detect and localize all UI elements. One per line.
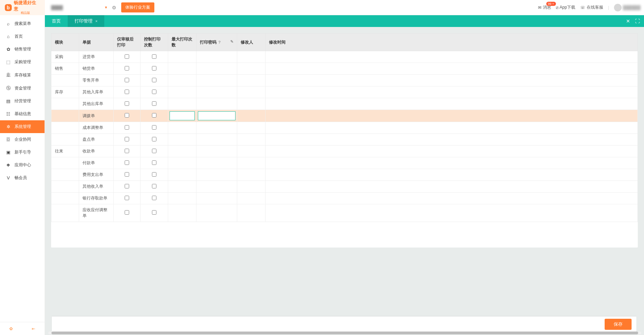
control-count-checkbox[interactable] [152, 210, 156, 215]
cell-pwd[interactable] [196, 86, 237, 98]
cell-pwd[interactable] [196, 98, 237, 110]
cell-pwd[interactable] [196, 122, 237, 134]
cell-max[interactable] [168, 169, 196, 181]
cell-pwd[interactable] [196, 110, 237, 122]
cell-pwd[interactable] [196, 146, 237, 157]
table-row: 付款单 [51, 157, 638, 169]
cell-modifier [237, 193, 266, 204]
cell-pwd[interactable] [196, 75, 237, 86]
cell-document: 费用支出单 [79, 169, 114, 181]
sidebar-item-2[interactable]: ✿销售管理 [0, 43, 45, 56]
only-audit-checkbox[interactable] [125, 125, 129, 130]
cell-pwd[interactable] [196, 169, 237, 181]
control-count-checkbox[interactable] [152, 90, 156, 94]
cell-pwd[interactable] [196, 51, 237, 63]
cell-max[interactable] [168, 110, 196, 122]
control-count-checkbox[interactable] [152, 196, 156, 200]
cell-max[interactable] [168, 75, 196, 86]
messages-link[interactable]: ✉ 消息 99 + [538, 4, 551, 10]
cell-max[interactable] [168, 122, 196, 134]
only-audit-checkbox[interactable] [125, 196, 129, 200]
settings-icon[interactable]: ✿ [9, 326, 13, 331]
collapse-icon[interactable]: ⇤ [32, 326, 35, 331]
only-audit-checkbox[interactable] [125, 78, 129, 82]
cell-pwd[interactable] [196, 134, 237, 146]
control-count-checkbox[interactable] [152, 184, 156, 188]
tab-close-icon[interactable]: × [95, 19, 97, 23]
tab-close-all-icon[interactable]: ✕ [626, 18, 630, 24]
sidebar-item-10[interactable]: ▣新手引导 [0, 146, 45, 159]
support-link[interactable]: ☏ 在线客服 [580, 4, 603, 10]
th-document: 单据 [79, 34, 114, 51]
max-print-input[interactable] [170, 111, 195, 120]
save-button[interactable]: 保存 [605, 319, 632, 330]
gear-icon[interactable]: ⚙ [112, 5, 116, 10]
control-count-checkbox[interactable] [152, 101, 156, 106]
cell-pwd[interactable] [196, 193, 237, 204]
cell-pwd[interactable] [196, 181, 237, 193]
cell-module: 销售 [51, 63, 79, 75]
sidebar-item-6[interactable]: ▤经营管理 [0, 95, 45, 108]
tab-print-manage[interactable]: 打印管理 × [68, 15, 104, 27]
horizontal-scrollbar[interactable] [48, 332, 641, 334]
print-password-input[interactable] [198, 111, 236, 120]
brand-logo[interactable]: b 畅捷通好生意 精品版 [0, 0, 45, 15]
fullscreen-icon[interactable]: ⛶ [635, 18, 640, 24]
sidebar-item-4[interactable]: ⾲库存核算 [0, 68, 45, 82]
sidebar-item-0[interactable]: ⌕搜索菜单 [0, 17, 45, 30]
cell-document: 成本调整单 [79, 122, 114, 134]
cta-button[interactable]: 体验行业方案 [121, 2, 154, 12]
cell-max[interactable] [168, 98, 196, 110]
cell-pwd[interactable] [196, 204, 237, 222]
control-count-checkbox[interactable] [152, 149, 156, 153]
sidebar-item-12[interactable]: V畅会员 [0, 171, 45, 184]
app-download-link[interactable]: ⎚ App下载 [556, 4, 575, 10]
sidebar-item-9[interactable]: ☲企业协同 [0, 133, 45, 146]
cell-pwd[interactable] [196, 63, 237, 75]
cell-only-audit [114, 146, 141, 157]
control-count-checkbox[interactable] [152, 125, 156, 130]
cell-max[interactable] [168, 51, 196, 63]
sidebar-item-7[interactable]: ☷基础信息 [0, 108, 45, 120]
control-count-checkbox[interactable] [152, 54, 156, 59]
cell-max[interactable] [168, 86, 196, 98]
only-audit-checkbox[interactable] [125, 66, 129, 71]
sidebar-item-5[interactable]: Ⓢ资金管理 [0, 82, 45, 95]
edit-icon[interactable]: ✎ [230, 39, 233, 44]
sidebar-item-1[interactable]: ⌂首页 [0, 30, 45, 43]
scrollbar-thumb[interactable] [51, 332, 638, 334]
user-menu[interactable]: ██████ [614, 4, 641, 11]
cell-max[interactable] [168, 146, 196, 157]
tab-home[interactable]: 首页 [45, 15, 68, 27]
control-count-checkbox[interactable] [152, 78, 156, 82]
cell-max[interactable] [168, 181, 196, 193]
help-icon[interactable]: ? [218, 40, 221, 44]
control-count-checkbox[interactable] [152, 66, 156, 71]
sidebar-item-3[interactable]: ⬚采购管理 [0, 56, 45, 68]
cell-max[interactable] [168, 204, 196, 222]
control-count-checkbox[interactable] [152, 160, 156, 165]
cell-max[interactable] [168, 193, 196, 204]
only-audit-checkbox[interactable] [125, 149, 129, 153]
org-chevron-icon[interactable]: ▼ [104, 6, 108, 9]
cell-max[interactable] [168, 134, 196, 146]
only-audit-checkbox[interactable] [125, 184, 129, 188]
control-count-checkbox[interactable] [152, 137, 156, 141]
only-audit-checkbox[interactable] [125, 210, 129, 215]
only-audit-checkbox[interactable] [125, 160, 129, 165]
sidebar-item-8[interactable]: ✲系统管理 [0, 120, 45, 133]
only-audit-checkbox[interactable] [125, 113, 129, 118]
only-audit-checkbox[interactable] [125, 54, 129, 59]
cell-pwd[interactable] [196, 157, 237, 169]
cell-max[interactable] [168, 63, 196, 75]
only-audit-checkbox[interactable] [125, 90, 129, 94]
only-audit-checkbox[interactable] [125, 172, 129, 177]
cell-max[interactable] [168, 157, 196, 169]
messages-badge: 99 + [546, 2, 556, 6]
control-count-checkbox[interactable] [152, 113, 156, 118]
cell-document: 付款单 [79, 157, 114, 169]
only-audit-checkbox[interactable] [125, 101, 129, 106]
control-count-checkbox[interactable] [152, 172, 156, 177]
sidebar-item-11[interactable]: ❖应用中心 [0, 159, 45, 171]
only-audit-checkbox[interactable] [125, 137, 129, 141]
